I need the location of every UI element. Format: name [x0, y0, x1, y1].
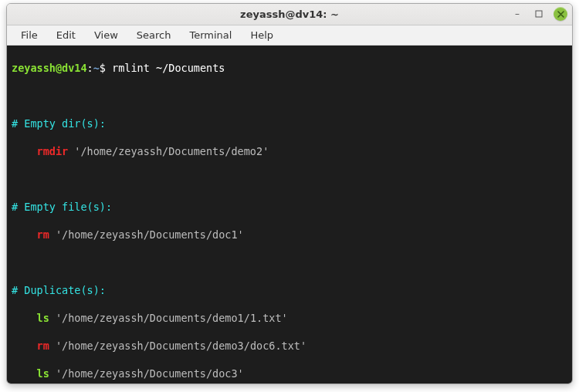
- blank-line: [12, 255, 569, 269]
- window-controls: –: [510, 7, 567, 21]
- blank-line: [12, 172, 569, 186]
- output-line: rm '/home/zeyassh/Documents/demo3/doc6.t…: [12, 339, 569, 353]
- menu-help[interactable]: Help: [242, 27, 281, 43]
- prompt-userhost: zeyassh@dv14: [12, 62, 87, 74]
- cmd-rm: rm: [37, 340, 49, 352]
- terminal-area[interactable]: zeyassh@dv14:~$ rmlint ~/Documents # Emp…: [7, 46, 572, 384]
- menu-terminal[interactable]: Terminal: [181, 27, 239, 43]
- prompt-line-1: zeyassh@dv14:~$ rmlint ~/Documents: [12, 61, 569, 75]
- menu-file[interactable]: File: [13, 27, 46, 43]
- maximize-button[interactable]: [532, 7, 546, 21]
- window-title: zeyassh@dv14: ~: [7, 8, 572, 20]
- cmd-ls: ls: [37, 312, 49, 324]
- path: '/home/zeyassh/Documents/demo1/1.txt': [56, 312, 288, 324]
- path: '/home/zeyassh/Documents/doc3': [56, 367, 244, 380]
- menu-edit[interactable]: Edit: [49, 27, 83, 43]
- minimize-button[interactable]: –: [510, 7, 524, 21]
- blank-line: [12, 89, 569, 103]
- terminal-window: zeyassh@dv14: ~ – File Edit View Search …: [6, 3, 573, 384]
- output-line: ls '/home/zeyassh/Documents/demo1/1.txt': [12, 311, 569, 325]
- cmd-rmdir: rmdir: [37, 145, 69, 157]
- cmd-rm: rm: [37, 228, 49, 241]
- path: '/home/zeyassh/Documents/doc1': [56, 228, 244, 241]
- menubar: File Edit View Search Terminal Help: [7, 25, 572, 46]
- section-header-empty-files: # Empty file(s):: [12, 200, 569, 214]
- menu-view[interactable]: View: [86, 27, 126, 43]
- cmd-ls: ls: [37, 367, 49, 380]
- menu-search[interactable]: Search: [129, 27, 179, 43]
- path: '/home/zeyassh/Documents/demo3/doc6.txt': [56, 340, 306, 352]
- output-line: rm '/home/zeyassh/Documents/doc1': [12, 228, 569, 242]
- titlebar: zeyassh@dv14: ~ –: [7, 4, 572, 25]
- close-button[interactable]: [554, 7, 567, 21]
- output-line: rmdir '/home/zeyassh/Documents/demo2': [12, 144, 569, 158]
- path: '/home/zeyassh/Documents/demo2': [74, 145, 269, 157]
- output-line: ls '/home/zeyassh/Documents/doc3': [12, 367, 569, 380]
- command-text: rmlint ~/Documents: [112, 62, 225, 74]
- section-header-empty-dirs: # Empty dir(s):: [12, 117, 569, 130]
- svg-rect-0: [536, 11, 542, 17]
- prompt-path: ~: [93, 62, 100, 74]
- section-header-duplicates: # Duplicate(s):: [12, 283, 569, 297]
